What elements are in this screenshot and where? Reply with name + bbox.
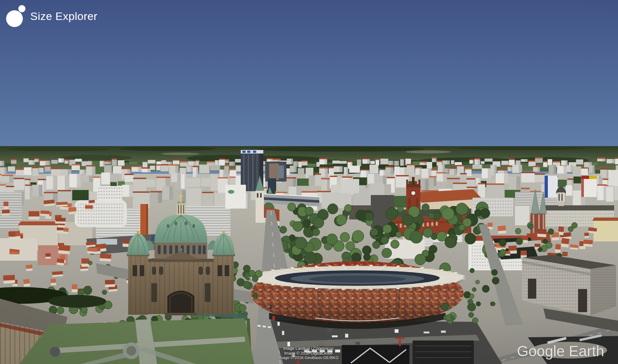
distant-building xyxy=(407,165,415,176)
distant-building xyxy=(298,168,304,176)
distant-building xyxy=(427,162,432,168)
distant-building xyxy=(148,160,155,163)
distant-building xyxy=(40,161,46,165)
distant-shade xyxy=(472,160,474,164)
distant-roof xyxy=(180,161,188,163)
distant-shade xyxy=(425,179,428,192)
distant-roof xyxy=(466,178,475,180)
distant-roof xyxy=(317,191,331,192)
tree xyxy=(252,275,258,282)
distant-building xyxy=(156,165,160,171)
tree xyxy=(293,221,303,231)
tree xyxy=(287,203,296,211)
tree xyxy=(470,268,474,273)
distant-shade xyxy=(519,165,522,173)
distant-building xyxy=(125,175,134,182)
distant-roof xyxy=(521,188,530,189)
distant-roof xyxy=(0,174,1,175)
old-town-roof xyxy=(3,275,15,281)
distant-roof xyxy=(218,177,228,179)
distant-roof xyxy=(543,161,547,162)
distant-building xyxy=(576,159,584,164)
distant-building xyxy=(8,166,15,171)
distant-trees xyxy=(129,162,138,164)
plaza-booth xyxy=(424,331,429,333)
distant-roof xyxy=(529,160,536,162)
distant-shade xyxy=(516,176,520,189)
tree xyxy=(352,230,364,242)
distant-building xyxy=(210,165,220,171)
distant-building xyxy=(186,178,201,187)
distant-shade xyxy=(391,167,394,174)
tree xyxy=(465,233,476,244)
distant-shade xyxy=(65,176,69,191)
distant-trees xyxy=(5,163,11,167)
old-town-roof xyxy=(26,265,33,269)
plaza-booth xyxy=(332,335,338,337)
distant-trees xyxy=(308,163,316,167)
distant-building xyxy=(481,161,484,164)
tree xyxy=(362,246,371,255)
tree xyxy=(305,207,314,215)
distant-roof xyxy=(58,190,71,191)
tree xyxy=(340,232,350,242)
old-town-roof xyxy=(23,279,30,284)
distant-building xyxy=(357,160,361,166)
distant-trees xyxy=(523,166,533,169)
tree xyxy=(88,261,92,265)
distant-shade xyxy=(92,166,96,176)
old-town-roof xyxy=(56,202,68,205)
distant-shade xyxy=(603,159,605,162)
earth-3d-viewport[interactable] xyxy=(0,0,618,364)
distant-roof xyxy=(51,168,61,169)
old-town-roof xyxy=(9,231,15,237)
google-earth-watermark: Google Earth xyxy=(517,342,604,360)
distant-roof xyxy=(156,164,160,166)
distant-shade xyxy=(448,169,449,173)
plaza-booth xyxy=(345,334,348,338)
distant-shade xyxy=(398,161,399,166)
tree xyxy=(475,280,479,284)
distant-building xyxy=(71,165,80,170)
tree xyxy=(303,219,310,227)
distant-roof xyxy=(14,178,24,179)
old-town-roof xyxy=(85,205,93,209)
distant-roof xyxy=(535,157,543,159)
tree xyxy=(326,234,337,245)
distant-roof xyxy=(32,167,39,168)
distant-trees xyxy=(595,170,601,173)
distant-shade xyxy=(392,161,394,165)
distant-roof xyxy=(457,165,464,166)
brand: Size Explorer xyxy=(6,4,98,28)
plaza-booth xyxy=(320,342,325,346)
tree xyxy=(365,212,373,221)
tree xyxy=(295,237,307,249)
distant-trees xyxy=(124,161,129,163)
tree xyxy=(469,313,474,318)
tree xyxy=(381,237,389,244)
tree xyxy=(289,235,295,241)
distant-roof xyxy=(509,159,515,160)
tree xyxy=(304,251,316,264)
distant-building xyxy=(45,166,51,172)
distant-roof xyxy=(161,164,169,165)
distant-trees xyxy=(353,162,357,165)
granite-bowl xyxy=(50,347,60,357)
distant-shade xyxy=(193,161,196,166)
distant-building xyxy=(16,170,24,175)
old-town-roof xyxy=(68,207,77,212)
tree xyxy=(57,307,64,314)
distant-building xyxy=(161,165,169,172)
distant-shade xyxy=(511,167,512,171)
distant-building xyxy=(573,166,581,176)
distant-trees xyxy=(16,163,23,165)
distant-roof xyxy=(521,172,535,173)
tree xyxy=(568,227,573,232)
tree xyxy=(456,203,468,215)
tree xyxy=(441,303,449,310)
old-town-roof xyxy=(10,252,18,254)
distant-building xyxy=(316,162,320,167)
distant-trees xyxy=(558,180,567,187)
distant-shade xyxy=(538,167,540,172)
distant-shade xyxy=(228,160,229,163)
